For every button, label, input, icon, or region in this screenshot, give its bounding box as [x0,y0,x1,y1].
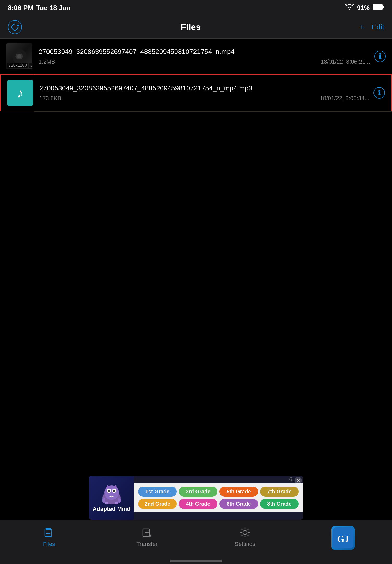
file-list: 720x1280 0:11 270053049_3208639552697407… [0,39,392,520]
file-info: 270053049_3208639552697407_4885209459810… [39,84,369,102]
tab-files[interactable]: Files [0,524,98,548]
tab-gtu[interactable]: GJ [294,524,392,550]
page-title: Files [22,22,359,32]
video-badge: 720x1280 0:11 [7,63,32,68]
add-button[interactable]: + [359,23,364,31]
files-icon [43,526,55,539]
file-size: 173.8KB [39,95,61,102]
video-resolution: 720x1280 [7,63,28,68]
list-item[interactable]: ♪ 270053049_3208639552697407_48852094598… [0,74,392,111]
svg-text:GJ: GJ [337,534,349,544]
svg-point-10 [113,490,115,492]
file-info-button[interactable]: ℹ [374,51,386,62]
file-date: 18/01/22, 8:06:21... [321,58,370,65]
svg-rect-12 [118,498,121,503]
wifi-icon [345,4,354,12]
status-date: Tue 18 Jan [36,4,70,12]
ad-logo-section: Adapted Mind [89,476,134,520]
battery-icon [373,4,384,12]
svg-rect-2 [373,5,382,9]
svg-point-9 [108,490,110,492]
tab-settings-label: Settings [235,541,255,548]
grade-6-button[interactable]: 6th Grade [219,499,258,509]
file-info: 270053049_3208639552697407_4885209459810… [39,47,370,65]
tab-bar: Files Transfer Settings G [0,520,392,564]
transfer-icon [141,526,153,539]
battery-label: 91% [357,4,370,11]
grade-4-button[interactable]: 4th Grade [179,499,217,509]
music-icon-bg: ♪ [7,80,33,106]
ad-banner: ⓘ ✕ Adapted Mind [89,476,303,520]
grade-8-button[interactable]: 8th Grade [260,499,299,509]
ad-mascot [100,483,123,504]
ad-choice-icon: ⓘ [289,477,293,482]
gtu-logo: GJ [331,526,355,550]
edit-button[interactable]: Edit [372,23,384,31]
file-date: 18/01/22, 8:06:34... [320,95,369,102]
home-indicator [170,560,222,562]
file-thumbnail: ♪ [7,80,33,106]
music-note-icon: ♪ [17,85,23,101]
svg-rect-13 [105,502,108,504]
nav-refresh-button[interactable] [8,20,22,34]
status-left: 8:06 PM Tue 18 Jan [8,4,71,12]
tab-settings[interactable]: Settings [196,524,294,548]
list-item[interactable]: 720x1280 0:11 270053049_3208639552697407… [0,39,392,74]
ad-brand-label: Adapted Mind [93,506,130,512]
tab-files-label: Files [43,541,55,548]
settings-icon [239,526,251,539]
grade-1-button[interactable]: 1st Grade [138,487,177,497]
grade-2-button[interactable]: 2nd Grade [138,499,177,509]
tab-transfer[interactable]: Transfer [98,524,196,548]
svg-rect-11 [102,498,105,503]
nav-right: + Edit [359,23,384,31]
svg-point-4 [17,54,21,58]
file-name: 270053049_3208639552697407_4885209459810… [39,47,370,56]
status-time: 8:06 PM [8,4,33,12]
svg-point-6 [104,485,119,500]
file-name: 270053049_3208639552697407_4885209459810… [39,84,369,93]
svg-rect-1 [383,6,384,8]
file-size: 1.2MB [39,58,55,65]
tab-transfer-label: Transfer [136,541,157,548]
navigation-bar: Files + Edit [0,16,392,39]
video-duration: 0:11 [29,63,32,68]
ad-brand-name: Adapted Mind [93,506,130,512]
nav-left [8,20,22,34]
svg-point-26 [243,530,247,535]
ad-grades-grid: 1st Grade 3rd Grade 5th Grade 7th Grade … [134,483,303,512]
grade-7-button[interactable]: 7th Grade [260,487,299,497]
grade-3-button[interactable]: 3rd Grade [179,487,217,497]
status-bar: 8:06 PM Tue 18 Jan 91% [0,0,392,16]
file-meta: 173.8KB 18/01/22, 8:06:34... [39,95,369,102]
ad-close-button[interactable]: ✕ [295,477,302,484]
file-info-button[interactable]: ℹ [373,87,385,99]
grade-5-button[interactable]: 5th Grade [219,487,258,497]
svg-rect-18 [46,528,51,530]
separator [34,111,392,112]
file-thumbnail: 720x1280 0:11 [6,43,32,69]
status-right: 91% [345,4,384,12]
file-meta: 1.2MB 18/01/22, 8:06:21... [39,58,370,65]
svg-rect-14 [115,502,118,504]
